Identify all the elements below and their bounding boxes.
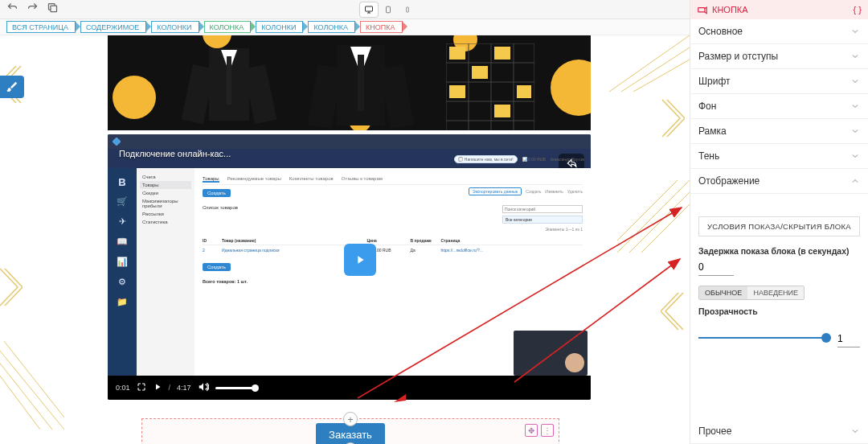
crumb-content[interactable]: СОДЕРЖИМОЕ [80, 21, 146, 33]
create-button[interactable]: Создать [203, 189, 231, 197]
nav-gear-icon[interactable]: ⚙ [117, 277, 128, 288]
opacity-slider[interactable] [698, 337, 831, 339]
tool-edit[interactable]: Изменить [545, 189, 563, 194]
nav-cart-icon[interactable]: 🛒 [117, 196, 128, 208]
side-item[interactable]: Максимизаторы прибыли [140, 197, 191, 210]
svg-rect-5 [227, 56, 231, 105]
tool-delete[interactable]: Удалить [567, 189, 583, 194]
add-above-icon[interactable]: + [343, 412, 358, 426]
th: Страница [441, 238, 583, 243]
th: Товар (название) [222, 238, 364, 243]
app-sidebar: Счета Товары Скидки Максимизаторы прибыл… [137, 168, 194, 376]
td[interactable]: https://...redoffice.ru/?... [441, 248, 583, 253]
hero-banner [108, 35, 591, 130]
nav-logo-icon[interactable]: B [117, 176, 128, 187]
crumb-page[interactable]: ВСЯ СТРАНИЦА [6, 21, 76, 33]
undo-icon[interactable] [6, 2, 18, 17]
chevron-down-icon [850, 151, 860, 161]
create-button-2[interactable]: Создать [203, 263, 231, 271]
diamond-icon [113, 138, 121, 146]
device-phone[interactable] [399, 2, 416, 17]
svg-rect-25 [494, 47, 510, 60]
opacity-input[interactable] [837, 331, 860, 347]
td: 2 [203, 248, 219, 253]
section-main[interactable]: Основное [690, 19, 868, 44]
opacity-label: Прозрачность [698, 306, 860, 316]
seg-hover[interactable]: НАВЕДЕНИЕ [747, 286, 804, 299]
code-icon[interactable]: { } [854, 5, 862, 14]
section-font[interactable]: Шрифт [690, 69, 868, 94]
more-icon[interactable]: ⋮ [541, 424, 554, 437]
copy-icon[interactable] [47, 2, 59, 17]
chat-pill[interactable]: 💬 Напишите нам, мы в сети! [454, 155, 517, 163]
svg-rect-0 [51, 6, 57, 12]
svg-rect-28 [494, 105, 510, 117]
editor-canvas: Подключение онлайн-кас... B 🛒 ✈ 📖 📊 ⚙ 📁 … [0, 35, 690, 444]
conditions-button[interactable]: УСЛОВИЯ ПОКАЗА/СКРЫТИЯ БЛОКА [698, 216, 860, 236]
crumb-col2[interactable]: КОЛОНКА [308, 21, 355, 33]
time-current: 0:01 [116, 384, 130, 392]
export-button[interactable]: Экспортировать данные [469, 187, 522, 195]
tab[interactable]: Комплекты товаров [289, 176, 334, 183]
volume-slider[interactable] [215, 387, 256, 389]
time-total: 4:17 [177, 384, 191, 392]
section-display[interactable]: Отображение [690, 169, 868, 194]
nav-send-icon[interactable]: ✈ [117, 216, 128, 228]
nav-folder-icon[interactable]: 📁 [117, 297, 128, 308]
svg-rect-29 [113, 138, 121, 146]
balance: 📊 0.00 RUB [522, 157, 546, 162]
selected-button-frame[interactable]: + Заказать + ✥ ⋮ [141, 418, 559, 444]
total: Всего товаров: 1 шт. [203, 279, 583, 284]
side-item[interactable]: Скидки [140, 189, 191, 197]
crumb-button[interactable]: КНОПКА [360, 21, 402, 33]
chevron-down-icon [850, 426, 860, 436]
device-desktop[interactable] [360, 2, 378, 17]
seg-normal[interactable]: ОБЫЧНОЕ [699, 286, 747, 299]
presenter-camera [514, 331, 588, 376]
side-item[interactable]: Счета [140, 173, 191, 181]
volume-icon[interactable] [198, 381, 209, 394]
chevron-down-icon [850, 101, 860, 111]
redo-icon[interactable] [27, 2, 39, 17]
td: Да [411, 248, 438, 253]
play-button[interactable] [344, 244, 376, 276]
td[interactable]: Идеальная страница подписки [222, 248, 364, 253]
section-size[interactable]: Размер и отступы [690, 44, 868, 69]
chevron-down-icon [850, 76, 860, 86]
state-segment[interactable]: ОБЫЧНОЕ НАВЕДЕНИЕ [698, 286, 805, 300]
chevron-down-icon [850, 126, 860, 136]
tool-create[interactable]: Создать [526, 189, 541, 194]
delay-input[interactable] [698, 259, 734, 276]
crumb-cols2[interactable]: КОЛОНКИ [256, 21, 303, 33]
tab[interactable]: Товары [203, 176, 219, 183]
section-other[interactable]: Прочее [690, 419, 868, 444]
user-name[interactable]: Александр Крутов [551, 157, 584, 162]
crumb-cols1[interactable]: КОЛОНКИ [151, 21, 199, 33]
play-icon[interactable] [153, 382, 162, 393]
video-controls: 0:01 / 4:17 [108, 376, 591, 400]
fullscreen-icon[interactable] [137, 382, 146, 393]
nav-book-icon[interactable]: 📖 [117, 236, 128, 248]
chevron-up-icon [850, 176, 860, 186]
section-bg[interactable]: Фон [690, 94, 868, 119]
move-handle-icon[interactable]: ✥ [525, 424, 538, 437]
section-border[interactable]: Рамка [690, 119, 868, 144]
device-tablet[interactable] [379, 2, 397, 17]
th: ID [203, 238, 219, 243]
side-item[interactable]: Статистика [140, 218, 191, 226]
th: В продаже [411, 238, 438, 243]
svg-rect-1 [365, 6, 372, 11]
paint-tool[interactable] [0, 76, 24, 98]
section-shadow[interactable]: Тень [690, 144, 868, 169]
side-item[interactable]: Рассылки [140, 210, 191, 218]
crumb-col1[interactable]: КОЛОНКА [204, 21, 252, 33]
search-input[interactable] [502, 205, 583, 213]
svg-rect-2 [386, 6, 390, 13]
svg-rect-30 [698, 8, 705, 12]
tab[interactable]: Отзывы к товарам [342, 176, 383, 183]
nav-chart-icon[interactable]: 📊 [117, 257, 128, 268]
side-item[interactable]: Товары [140, 181, 191, 189]
svg-rect-26 [449, 85, 465, 98]
tab[interactable]: Рекомендуемые товары [227, 176, 281, 183]
all-categories[interactable]: Все категории [502, 216, 583, 224]
